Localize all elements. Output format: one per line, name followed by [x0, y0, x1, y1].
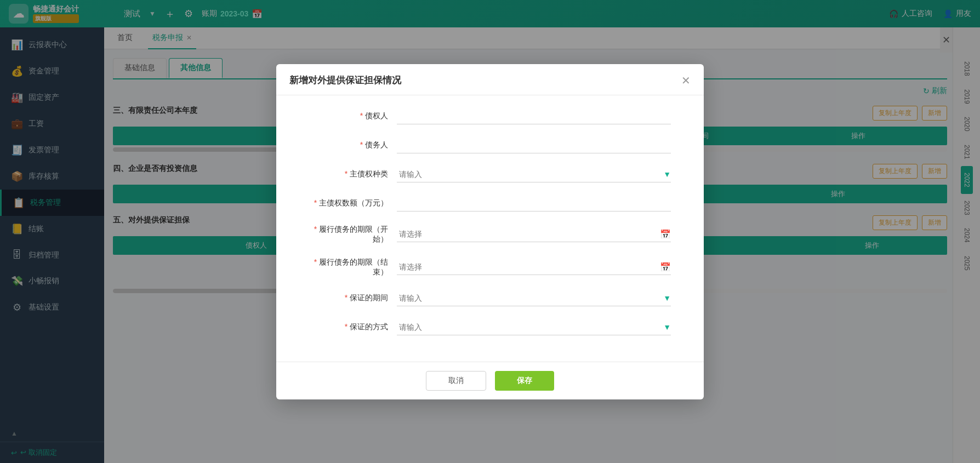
form-row-zhuzhaihuanshu: * 主债权数额（万元）: [309, 196, 671, 212]
zhuzhaihuanzhonglei-select-wrapper: ▼: [397, 167, 671, 182]
lvxing-end-label-text: 履行债务的期限（结束）: [319, 258, 388, 276]
form-label-baozheng-fangshi: * 保证的方式: [309, 322, 397, 332]
lvxing-start-date-wrapper: 📅: [397, 226, 671, 242]
cancel-button[interactable]: 取消: [426, 371, 486, 391]
form-row-zhuzhaihuanzhonglei: * 主债权种类 ▼: [309, 167, 671, 182]
form-label-lvxing-start: * 履行债务的期限（开始）: [309, 225, 397, 244]
form-label-baozheng-period: * 保证的期间: [309, 293, 397, 303]
baozheng-period-label-text: 保证的期间: [350, 293, 388, 302]
baozheng-period-select-wrapper: ▼: [397, 290, 671, 306]
form-row-lvxing-start: * 履行债务的期限（开始） 📅: [309, 225, 671, 244]
modal-close-button[interactable]: ✕: [681, 74, 691, 87]
zhuzhaihuanzhonglei-chevron-icon[interactable]: ▼: [663, 170, 671, 179]
baozheng-period-input[interactable]: [397, 290, 663, 306]
lvxing-start-input[interactable]: [397, 226, 660, 242]
zhaiwuren-label-text: 债务人: [365, 140, 388, 149]
form-label-zhuzhaihuanzhonglei: * 主债权种类: [309, 169, 397, 179]
save-button[interactable]: 保存: [495, 371, 554, 391]
zhaiquanren-label-text: 债权人: [365, 111, 388, 120]
modal-header: 新增对外提供保证担保情况 ✕: [276, 64, 704, 95]
baozheng-fangshi-chevron-icon[interactable]: ▼: [663, 323, 671, 331]
modal-body: * 债权人 * 债务人 * 主债权种类: [276, 95, 704, 362]
modal: 新增对外提供保证担保情况 ✕ * 债权人 * 债务人: [276, 64, 704, 399]
baozheng-period-chevron-icon[interactable]: ▼: [663, 294, 671, 302]
form-row-baozheng-period: * 保证的期间 ▼: [309, 290, 671, 306]
zhuzhaihuanzhonglei-input[interactable]: [397, 167, 663, 182]
zhuzhaihuanzhonglei-label-text: 主债权种类: [350, 169, 388, 178]
modal-overlay: 新增对外提供保证担保情况 ✕ * 债权人 * 债务人: [0, 0, 980, 463]
zhaiquanren-input[interactable]: [397, 108, 671, 124]
lvxing-start-calendar-icon[interactable]: 📅: [660, 229, 671, 239]
zhuzhaihuanshu-label-text: 主债权数额（万元）: [319, 198, 388, 207]
lvxing-start-label-text: 履行债务的期限（开始）: [319, 225, 388, 243]
form-row-zhaiquanren: * 债权人: [309, 108, 671, 124]
form-row-lvxing-end: * 履行债务的期限（结束） 📅: [309, 258, 671, 277]
form-row-zhaiwuren: * 债务人: [309, 138, 671, 153]
lvxing-end-calendar-icon[interactable]: 📅: [660, 262, 671, 272]
form-label-zhuzhaihuanshu: * 主债权数额（万元）: [309, 198, 397, 208]
lvxing-end-input[interactable]: [397, 259, 660, 275]
baozheng-fangshi-label-text: 保证的方式: [350, 322, 388, 331]
zhaiwuren-input[interactable]: [397, 138, 671, 153]
form-row-baozheng-fangshi: * 保证的方式 ▼: [309, 319, 671, 335]
cancel-label: 取消: [448, 376, 464, 385]
modal-footer: 取消 保存: [276, 362, 704, 399]
baozheng-fangshi-input[interactable]: [397, 319, 663, 335]
form-label-zhaiquanren: * 债权人: [309, 111, 397, 121]
zhuzhaihuanshu-input[interactable]: [397, 196, 671, 212]
form-label-zhaiwuren: * 债务人: [309, 140, 397, 150]
save-label: 保存: [517, 376, 532, 385]
lvxing-end-date-wrapper: 📅: [397, 259, 671, 275]
modal-title: 新增对外提供保证担保情况: [289, 74, 401, 87]
baozheng-fangshi-select-wrapper: ▼: [397, 319, 671, 335]
form-label-lvxing-end: * 履行债务的期限（结束）: [309, 258, 397, 277]
